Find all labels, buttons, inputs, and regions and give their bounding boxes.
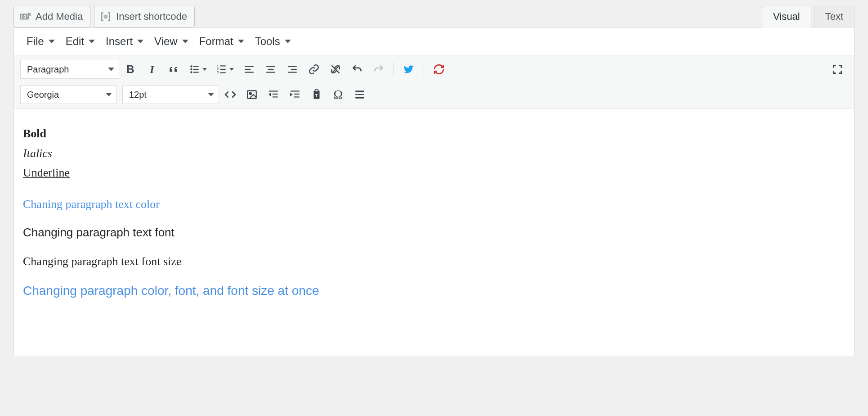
svg-rect-24 <box>288 72 297 72</box>
chevron-down-icon <box>106 93 112 96</box>
menu-edit[interactable]: Edit <box>61 31 99 52</box>
italic-button[interactable]: I <box>142 60 162 79</box>
svg-rect-0 <box>20 14 27 19</box>
align-right-button[interactable] <box>282 60 303 79</box>
tab-visual[interactable]: Visual <box>762 6 811 28</box>
svg-rect-22 <box>288 66 297 67</box>
editor-content[interactable]: Bold Italics Underline Chaning paragraph… <box>14 109 854 356</box>
refresh-button[interactable] <box>429 60 449 79</box>
svg-rect-46 <box>355 97 364 98</box>
special-character-button[interactable]: Ω <box>328 85 349 104</box>
bold-button[interactable]: B <box>120 60 141 79</box>
svg-rect-5 <box>193 66 199 67</box>
svg-rect-45 <box>363 94 364 95</box>
separator <box>394 62 394 77</box>
outdent-button[interactable] <box>263 85 284 104</box>
svg-point-28 <box>250 93 251 95</box>
svg-point-8 <box>190 71 192 73</box>
svg-rect-11 <box>220 65 226 66</box>
svg-rect-42 <box>355 94 357 95</box>
insert-shortcode-button[interactable]: Insert shortcode <box>94 6 195 27</box>
svg-rect-30 <box>273 94 278 95</box>
svg-rect-20 <box>268 69 274 70</box>
chevron-down-icon <box>238 40 244 43</box>
numbered-list-button[interactable]: 123 <box>212 60 238 79</box>
svg-rect-13 <box>220 69 226 70</box>
font-size-select[interactable]: 12pt <box>122 85 219 104</box>
menu-bar: File Edit Insert View Format Tools <box>14 28 854 55</box>
content-font-line: Changing paragraph text font <box>23 223 845 242</box>
content-italics-line: Italics <box>23 144 845 163</box>
blockquote-button[interactable] <box>163 60 184 79</box>
svg-rect-31 <box>273 96 278 97</box>
svg-rect-16 <box>245 66 254 67</box>
chevron-down-icon <box>89 40 95 43</box>
svg-rect-27 <box>247 90 256 98</box>
unlink-button[interactable] <box>325 60 346 79</box>
menu-view[interactable]: View <box>150 31 193 52</box>
menu-insert[interactable]: Insert <box>101 31 148 52</box>
camera-music-icon <box>19 11 31 23</box>
insert-image-button[interactable] <box>242 85 262 104</box>
menu-tools[interactable]: Tools <box>251 31 295 52</box>
svg-rect-21 <box>266 72 275 72</box>
svg-rect-43 <box>358 94 360 95</box>
fullscreen-button[interactable] <box>827 60 848 79</box>
chevron-down-icon <box>285 40 291 43</box>
content-underline-line: Underline <box>23 163 845 182</box>
separator <box>424 62 424 77</box>
svg-rect-40 <box>355 90 364 92</box>
chevron-down-icon <box>137 40 143 43</box>
svg-rect-3 <box>104 15 107 18</box>
svg-rect-15 <box>220 72 226 73</box>
content-bold-line: Bold <box>23 124 845 143</box>
svg-rect-7 <box>193 69 199 70</box>
chevron-down-icon <box>108 68 114 71</box>
paragraph-format-select[interactable]: Paragraph <box>20 60 119 79</box>
read-more-button[interactable] <box>349 85 370 104</box>
paste-text-button[interactable]: T <box>306 85 327 104</box>
svg-rect-38 <box>315 90 318 91</box>
svg-rect-35 <box>294 96 300 97</box>
source-code-button[interactable] <box>220 85 241 104</box>
svg-marker-32 <box>268 93 271 97</box>
svg-point-6 <box>190 68 192 70</box>
svg-rect-34 <box>294 94 300 95</box>
font-family-select[interactable]: Georgia <box>20 85 117 104</box>
redo-button[interactable] <box>368 60 389 79</box>
svg-rect-33 <box>291 90 300 91</box>
undo-button[interactable] <box>347 60 367 79</box>
shortcode-icon <box>100 11 112 23</box>
svg-rect-9 <box>193 72 199 72</box>
svg-rect-19 <box>266 66 275 67</box>
insert-shortcode-label: Insert shortcode <box>116 11 187 23</box>
svg-rect-18 <box>245 72 254 72</box>
menu-format[interactable]: Format <box>195 31 249 52</box>
svg-point-2 <box>27 17 28 19</box>
twitter-button[interactable] <box>398 60 419 79</box>
content-size-line: Changing paragraph text font size <box>23 252 845 271</box>
menu-file[interactable]: File <box>22 31 59 52</box>
svg-rect-17 <box>245 69 251 70</box>
svg-text:T: T <box>315 93 318 98</box>
svg-point-1 <box>22 16 24 18</box>
add-media-button[interactable]: Add Media <box>13 6 90 27</box>
content-color-line: Chaning paragraph text color <box>23 195 845 214</box>
bullet-list-button[interactable] <box>185 60 211 79</box>
align-left-button[interactable] <box>239 60 260 79</box>
svg-text:3: 3 <box>217 70 219 74</box>
chevron-down-icon <box>182 40 188 43</box>
add-media-label: Add Media <box>36 11 83 23</box>
chevron-down-icon <box>229 68 234 71</box>
svg-point-4 <box>190 65 192 67</box>
chevron-down-icon <box>208 93 214 96</box>
align-center-button[interactable] <box>260 60 281 79</box>
svg-rect-29 <box>269 90 278 91</box>
svg-rect-44 <box>360 94 362 95</box>
insert-link-button[interactable] <box>304 60 324 79</box>
svg-rect-23 <box>291 69 297 70</box>
indent-button[interactable] <box>285 85 305 104</box>
chevron-down-icon <box>49 40 55 43</box>
chevron-down-icon <box>202 68 207 71</box>
tab-text[interactable]: Text <box>814 6 855 28</box>
